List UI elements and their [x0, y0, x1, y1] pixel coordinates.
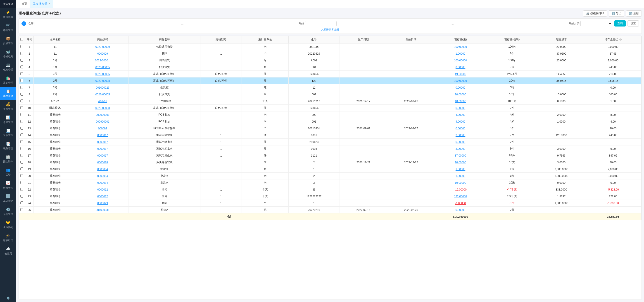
table-cell[interactable]: 0000084: [77, 166, 128, 173]
th-checkbox[interactable]: [19, 36, 25, 44]
row-checkbox[interactable]: [20, 93, 23, 96]
sidebar-item-fixed-asset[interactable]: 🏢 固定资产: [0, 153, 16, 166]
sidebar-item-collab[interactable]: 🤝 企业协同: [0, 218, 16, 231]
table-cell[interactable]: 000097: [77, 125, 128, 132]
row-checkbox[interactable]: [20, 106, 23, 109]
sidebar-item-wholesale[interactable]: 📦 批发管理: [0, 34, 16, 47]
table-cell[interactable]: 10.00000: [435, 159, 486, 166]
table-cell[interactable]: 49.60000: [435, 71, 486, 77]
table-cell[interactable]: 0023-00008: [77, 77, 128, 84]
table-cell[interactable]: 0.00000: [435, 139, 486, 145]
table-cell[interactable]: 1.00000: [435, 173, 486, 180]
table-cell[interactable]: 000900001: [77, 118, 128, 125]
table-cell[interactable]: 0000017: [77, 145, 128, 152]
table-cell[interactable]: 1.00000: [435, 166, 486, 173]
table-cell[interactable]: 0.00000: [435, 207, 486, 213]
sidebar-settings-btn[interactable]: ⚙️: [0, 294, 16, 302]
export-btn[interactable]: ⬆️ 导出: [609, 11, 624, 17]
table-cell[interactable]: 0.00000: [435, 125, 486, 132]
table-cell[interactable]: -1.00000: [435, 200, 486, 207]
search-btn[interactable]: 查询: [614, 20, 626, 27]
table-cell[interactable]: 001000026: [77, 84, 128, 91]
table-cell[interactable]: [19, 125, 25, 132]
table-cell[interactable]: 100.00000: [435, 44, 486, 50]
row-checkbox[interactable]: [20, 120, 23, 123]
row-checkbox[interactable]: [20, 174, 23, 177]
tab-close-btn[interactable]: ✕: [49, 2, 51, 5]
table-cell[interactable]: 001000031: [77, 207, 128, 213]
table-cell[interactable]: 0000012: [77, 193, 128, 200]
table-cell[interactable]: [19, 98, 25, 105]
table-cell[interactable]: [19, 173, 25, 180]
table-cell[interactable]: [19, 50, 25, 57]
table-cell[interactable]: 0000029: [77, 50, 128, 57]
refresh-btn[interactable]: 🔄 刷新: [626, 11, 642, 17]
sidebar-item-quick-nav[interactable]: ⚡ 快捷导航: [0, 8, 16, 21]
table-cell[interactable]: 0023-00005: [77, 64, 128, 71]
sidebar-item-mini-ecom[interactable]: 🐋 小鲸电商: [0, 47, 16, 61]
table-cell[interactable]: [19, 57, 25, 64]
sidebar-item-tax[interactable]: 📑 税务管理: [0, 139, 16, 153]
tab-home[interactable]: 首页: [18, 0, 30, 8]
sidebar-search[interactable]: 搜索菜单: [0, 0, 16, 8]
sidebar-item-basic[interactable]: ℹ️ 基础信息: [0, 192, 16, 205]
sidebar-item-retail[interactable]: 🛒 零售管理: [0, 21, 16, 34]
table-cell[interactable]: 0.00000: [435, 64, 486, 71]
table-cell[interactable]: 0000017: [77, 152, 128, 159]
table-cell[interactable]: 0023-00009: [77, 44, 128, 50]
row-checkbox[interactable]: [20, 208, 23, 211]
row-checkbox[interactable]: [20, 113, 23, 116]
table-cell[interactable]: [19, 200, 25, 207]
row-checkbox[interactable]: [20, 188, 23, 191]
table-cell[interactable]: 100.00000: [435, 77, 486, 84]
table-cell[interactable]: 2.00000: [435, 132, 486, 139]
table-cell[interactable]: 0000017: [77, 139, 128, 145]
sidebar-item-ecom[interactable]: 💻 电商管理: [0, 61, 16, 74]
category-filter-select[interactable]: [580, 21, 612, 26]
table-cell[interactable]: 122.00000: [435, 193, 486, 200]
table-cell[interactable]: 0023-00008: [77, 105, 128, 111]
table-cell[interactable]: [19, 71, 25, 77]
table-cell[interactable]: 0023-00005: [77, 71, 128, 77]
table-container[interactable]: 序号 仓库名称 商品编码 商品名称 规格型号 主计量单位 批号 生产日期 失效日…: [18, 36, 642, 300]
table-cell[interactable]: [19, 118, 25, 125]
table-cell[interactable]: A01-01: [77, 98, 128, 105]
sidebar-item-sys[interactable]: ⚙️ 系统管理: [0, 205, 16, 218]
row-checkbox[interactable]: [20, 72, 23, 75]
row-checkbox[interactable]: [20, 168, 23, 170]
warehouse-filter-input[interactable]: [34, 21, 66, 26]
table-cell[interactable]: 87.00000: [435, 152, 486, 159]
print-btn[interactable]: 🖨️ 按模板打印: [583, 11, 607, 17]
table-cell[interactable]: [19, 77, 25, 84]
row-checkbox[interactable]: [20, 52, 23, 55]
table-cell[interactable]: [19, 139, 25, 145]
sidebar-item-hr[interactable]: 👥 工资: [0, 166, 16, 179]
table-cell[interactable]: [19, 132, 25, 139]
row-checkbox[interactable]: [20, 59, 23, 62]
table-cell[interactable]: [19, 64, 25, 71]
tab-inventory-batch[interactable]: 库存批次量 ✕: [30, 0, 54, 8]
goods-filter-input[interactable]: [305, 21, 336, 26]
table-cell[interactable]: 10.00000: [435, 180, 486, 186]
table-cell[interactable]: 10.00000: [435, 98, 486, 105]
table-cell[interactable]: [19, 159, 25, 166]
row-checkbox[interactable]: [20, 86, 23, 89]
filter-expand-arrow[interactable]: ›: [22, 21, 26, 26]
expand-more-btn[interactable]: ▽ 展开更多条件: [321, 28, 340, 32]
sidebar-item-cloud[interactable]: ☁️ 云应用: [0, 244, 16, 258]
table-cell[interactable]: [19, 111, 25, 118]
row-checkbox[interactable]: [20, 195, 23, 198]
select-all-checkbox[interactable]: [20, 38, 23, 41]
table-cell[interactable]: 0000017: [77, 132, 128, 139]
row-checkbox[interactable]: [20, 181, 23, 184]
row-checkbox[interactable]: [20, 45, 23, 48]
sidebar-item-purchase[interactable]: 🛍️ 采购管理: [0, 74, 16, 87]
row-checkbox[interactable]: [20, 140, 23, 143]
table-cell[interactable]: 0000084: [77, 180, 128, 186]
table-cell[interactable]: 100.00000: [435, 57, 486, 64]
row-checkbox[interactable]: [20, 201, 23, 204]
table-cell[interactable]: 4.00000: [435, 118, 486, 125]
row-checkbox[interactable]: [20, 133, 23, 136]
sidebar-item-invoice[interactable]: 🧾 发票管理: [0, 126, 16, 139]
table-cell[interactable]: 0023-00005: [77, 91, 128, 98]
